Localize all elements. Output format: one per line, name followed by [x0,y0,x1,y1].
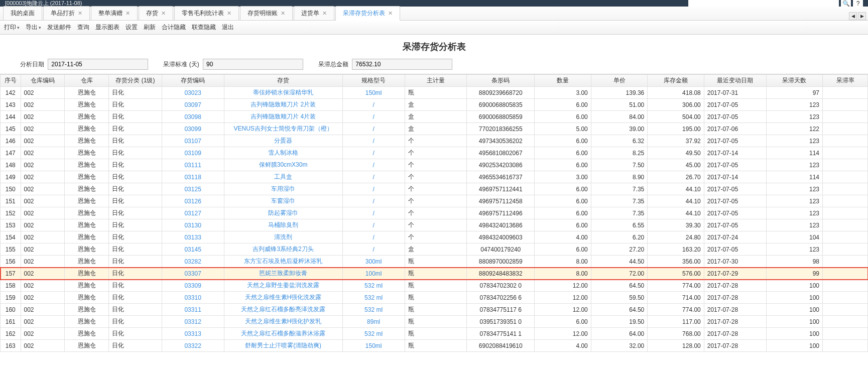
close-icon[interactable]: ✕ [388,10,393,17]
cell[interactable]: 03311 [162,304,224,316]
cell[interactable]: 03097 [162,99,224,111]
close-icon[interactable]: ✕ [78,10,82,17]
toolbar-btn-4[interactable]: 显示图表 [95,23,119,32]
tab-7[interactable]: 呆滞存货分析表✕ [335,6,400,21]
cell[interactable]: 天然之扉野生姜盐润洗发露 [224,280,342,292]
table-row[interactable]: 151002恩施仓日化03126车窗湿巾/个49697571124586.007… [1,195,868,207]
cell[interactable]: 芭妮兰致柔卸妆膏 [224,268,342,280]
table-row[interactable]: 145002恩施仓日化03099VENUS吉列女士简悦专用刀架（橙）/盒7702… [1,123,868,135]
cell[interactable]: 舒耐男士止汗喷雾(清隐劲爽) [224,340,342,352]
cell[interactable]: 天然之扉红石榴多酚滋养沐浴露 [224,328,342,340]
tab-scroll-left-icon[interactable]: ◀ [849,12,857,20]
cell[interactable]: 车窗湿巾 [224,195,342,207]
table-row[interactable]: 163002恩施仓日化03322舒耐男士止汗喷雾(清隐劲爽)150ml瓶6902… [1,340,868,352]
column-header[interactable]: 最近变动日期 [704,75,766,87]
column-header[interactable]: 仓库编码 [21,75,65,87]
cell[interactable]: / [342,231,405,243]
cell[interactable]: 03312 [162,316,224,328]
close-icon[interactable]: ✕ [161,10,166,17]
cell[interactable]: 03125 [162,183,224,195]
cell[interactable]: 03282 [162,256,224,268]
toolbar-btn-1[interactable]: 导出 [26,23,41,32]
cell[interactable]: 150ml [342,87,405,99]
cell[interactable]: 马桶除臭剂 [224,219,342,231]
cell[interactable]: 532 ml [342,292,405,304]
tab-5[interactable]: 存货明细账✕ [240,6,293,20]
tab-1[interactable]: 单品打折✕ [43,6,90,20]
cell[interactable]: / [342,135,405,147]
cell[interactable]: 03133 [162,231,224,243]
close-icon[interactable]: ✕ [227,10,231,17]
table-row[interactable]: 148002恩施仓日化03111保鲜膜30cmX30m/个49025342030… [1,159,868,171]
tab-3[interactable]: 存货✕ [139,6,173,20]
cell[interactable]: 工具盒 [224,171,342,183]
cell[interactable]: 天然之扉维生素H强化洗发露 [224,292,342,304]
filter-amt-input[interactable] [352,59,452,70]
cell[interactable]: 03098 [162,111,224,123]
toolbar-btn-9[interactable]: 退出 [222,23,234,32]
table-row[interactable]: 156002恩施仓日化03282东方宝石埃及艳后凝粹沐浴乳300ml瓶88089… [1,256,868,268]
cell[interactable]: 150ml [342,340,405,352]
cell[interactable]: 03118 [162,171,224,183]
cell[interactable]: / [342,123,405,135]
cell[interactable]: 03107 [162,135,224,147]
toolbar-btn-8[interactable]: 联查隐藏 [192,23,216,32]
cell[interactable]: 蒂佳婷锁水保湿精华乳 [224,87,342,99]
table-row[interactable]: 159002恩施仓日化03310天然之扉维生素H强化洗发露532 ml瓶0783… [1,292,868,304]
column-header[interactable]: 条形码 [467,75,535,87]
close-icon[interactable]: ✕ [126,10,130,17]
table-row[interactable]: 153002恩施仓日化03130马桶除臭剂/个49843240136866.00… [1,219,868,231]
cell[interactable]: 03322 [162,340,224,352]
column-header[interactable]: 单价 [591,75,648,87]
toolbar-btn-7[interactable]: 合计隐藏 [162,23,186,32]
cell[interactable]: / [342,159,405,171]
column-header[interactable]: 仓库 [65,75,109,87]
cell[interactable]: / [342,147,405,159]
toolbar-btn-2[interactable]: 发送邮件 [47,23,71,32]
toolbar-btn-5[interactable]: 设置 [126,23,138,32]
cell[interactable]: 03023 [162,87,224,99]
table-row[interactable]: 157002恩施仓日化03307芭妮兰致柔卸妆膏100ml瓶8809248483… [1,268,868,280]
cell[interactable]: / [342,99,405,111]
cell[interactable]: / [342,195,405,207]
tab-2[interactable]: 整单满赠✕ [91,6,138,20]
cell[interactable]: 车用湿巾 [224,183,342,195]
column-header[interactable]: 存货分类 (1级) [109,75,162,87]
cell[interactable]: 吉列锋隐致顺刀片 4片装 [224,111,342,123]
cell[interactable]: 清洗剂 [224,231,342,243]
column-header[interactable]: 存货 [224,75,342,87]
cell[interactable]: 03309 [162,280,224,292]
cell[interactable]: 03109 [162,147,224,159]
cell[interactable]: / [342,183,405,195]
table-row[interactable]: 146002恩施仓日化03107分蛋器/个49734305362026.006.… [1,135,868,147]
table-row[interactable]: 161002恩施仓日化03312天然之扉维生素H强化护发乳89ml瓶039517… [1,316,868,328]
toolbar-btn-0[interactable]: 打印 [4,23,20,32]
table-row[interactable]: 150002恩施仓日化03125车用湿巾/个49697571124416.007… [1,183,868,195]
cell[interactable]: 03111 [162,159,224,171]
tab-0[interactable]: 我的桌面 [3,6,42,20]
cell[interactable]: 03313 [162,328,224,340]
cell[interactable]: 03126 [162,195,224,207]
filter-date-input[interactable] [48,59,148,70]
column-header[interactable]: 存货编码 [162,75,224,87]
tab-4[interactable]: 零售毛利统计表✕ [174,6,239,20]
tab-scroll-right-icon[interactable]: ▶ [858,12,866,20]
cell[interactable]: / [342,111,405,123]
cell[interactable]: / [342,171,405,183]
filter-std-input[interactable] [203,59,303,70]
cell[interactable]: 300ml [342,256,405,268]
search-icon[interactable]: 🔍 [841,0,851,7]
cell[interactable]: 03145 [162,243,224,256]
cell[interactable]: 吉列威锋3系经典2刀头 [224,243,342,256]
column-header[interactable]: 呆滞率 [823,75,868,87]
cell[interactable]: 雪人制冰格 [224,147,342,159]
table-row[interactable]: 144002恩施仓日化03098吉列锋隐致顺刀片 4片装/盒6900068805… [1,111,868,123]
close-icon[interactable]: ✕ [281,10,285,17]
toolbar-btn-3[interactable]: 查询 [77,23,89,32]
column-header[interactable]: 数量 [535,75,591,87]
table-row[interactable]: 155002恩施仓日化03145吉列威锋3系经典2刀头/盒04740017924… [1,243,868,256]
close-icon[interactable]: ✕ [322,10,327,17]
cell[interactable]: 100ml [342,268,405,280]
table-row[interactable]: 158002恩施仓日化03309天然之扉野生姜盐润洗发露532 ml瓶07834… [1,280,868,292]
table-row[interactable]: 143002恩施仓日化03097吉列锋隐致顺刀片 2片装/盒6900068805… [1,99,868,111]
